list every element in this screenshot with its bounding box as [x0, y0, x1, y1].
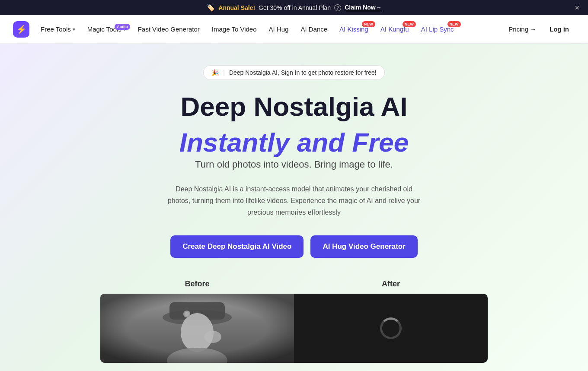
banner-description: Get 30% off in Annual Plan — [259, 4, 331, 11]
hero-title: Deep Nostalgia AI Instantly and Free — [17, 92, 571, 159]
nav-image-to-video[interactable]: Image To Video — [207, 22, 262, 36]
before-section: Before — [100, 279, 294, 363]
promo-pill[interactable]: 🎉 | Deep Nostalgia AI, Sign In to get ph… — [203, 65, 385, 80]
tag-icon: 🏷️ — [206, 3, 215, 12]
sale-label: Annual Sale! — [218, 4, 255, 11]
vintage-photo-svg — [100, 294, 294, 363]
nav-ai-lip-sync[interactable]: AI Lip Sync NEW — [416, 22, 459, 36]
hero-section: 🎉 | Deep Nostalgia AI, Sign In to get ph… — [0, 44, 588, 371]
chevron-down-icon: ▾ — [73, 26, 75, 32]
help-icon[interactable]: ? — [334, 4, 341, 11]
cta-buttons: Create Deep Nostalgia AI Video AI Hug Vi… — [17, 235, 571, 258]
ai-hug-button[interactable]: AI Hug Video Generator — [310, 235, 417, 258]
before-label: Before — [185, 279, 209, 289]
before-after-section: Before — [17, 279, 571, 363]
top-banner: 🏷️ Annual Sale! Get 30% off in Annual Pl… — [0, 0, 588, 15]
create-video-button[interactable]: Create Deep Nostalgia AI Video — [170, 235, 304, 258]
after-section: After — [294, 279, 488, 363]
login-button[interactable]: Log in — [543, 22, 575, 36]
logo[interactable]: ⚡ — [13, 21, 29, 38]
promo-divider: | — [223, 69, 225, 76]
after-label: After — [382, 279, 400, 289]
hero-subtitle: Turn old photos into videos. Bring image… — [17, 159, 571, 170]
logo-icon: ⚡ — [13, 21, 29, 38]
navbar: ⚡ Free Tools ▾ Magic Tools ▾ Audio Fast … — [0, 15, 588, 44]
svg-rect-10 — [100, 294, 294, 363]
hero-description: Deep Nostalgia AI is a instant-access mo… — [164, 183, 424, 219]
nav-fast-video[interactable]: Fast Video Generator — [133, 22, 205, 36]
ai-kissing-badge: NEW — [362, 21, 375, 27]
nav-pricing[interactable]: Pricing → — [503, 22, 542, 36]
before-image — [100, 294, 294, 363]
loading-spinner — [380, 317, 402, 339]
nav-free-tools[interactable]: Free Tools ▾ — [35, 22, 80, 36]
close-button[interactable]: × — [575, 3, 579, 12]
nav-magic-tools[interactable]: Magic Tools ▾ Audio — [82, 22, 131, 36]
nav-ai-kungfu[interactable]: AI Kungfu NEW — [375, 22, 414, 36]
nav-ai-kissing[interactable]: AI Kissing NEW — [334, 22, 374, 36]
ai-lip-sync-badge: NEW — [447, 21, 461, 27]
ai-kungfu-badge: NEW — [403, 21, 416, 27]
claim-link[interactable]: Claim Now→ — [345, 4, 382, 11]
magic-tools-badge: Audio — [115, 24, 130, 30]
promo-text: Deep Nostalgia AI, Sign In to get photo … — [229, 69, 377, 76]
promo-emoji: 🎉 — [211, 69, 219, 76]
nav-ai-hug[interactable]: AI Hug — [264, 22, 294, 36]
after-image — [294, 294, 488, 363]
nav-ai-dance[interactable]: AI Dance — [295, 22, 332, 36]
